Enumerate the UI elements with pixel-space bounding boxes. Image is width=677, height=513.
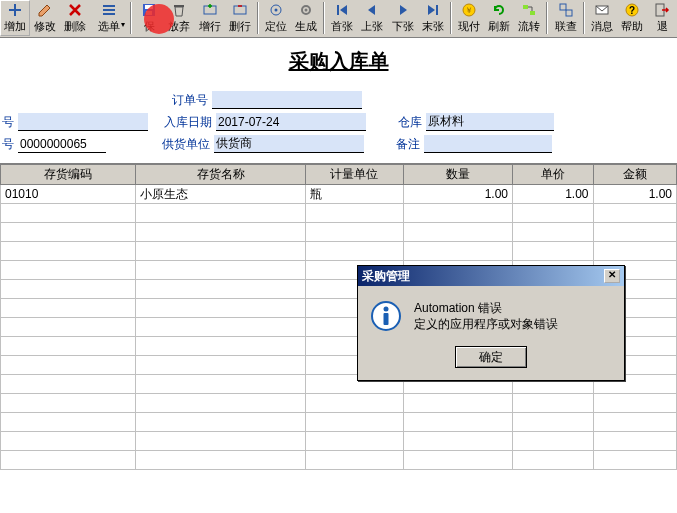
- toolbar-cross-button[interactable]: 删除: [60, 0, 90, 36]
- cell[interactable]: [136, 337, 306, 356]
- toolbar-link-button[interactable]: 联查: [550, 0, 580, 36]
- cell[interactable]: [593, 242, 676, 261]
- cell[interactable]: [513, 204, 594, 223]
- cell[interactable]: [305, 432, 403, 451]
- cell[interactable]: [136, 242, 306, 261]
- cell[interactable]: [136, 413, 306, 432]
- cell[interactable]: 1.00: [593, 185, 676, 204]
- cell[interactable]: [513, 451, 594, 470]
- indate-input[interactable]: [216, 113, 366, 131]
- toolbar-last-button[interactable]: 末张: [418, 0, 448, 36]
- toolbar-msg-button[interactable]: 消息: [587, 0, 617, 36]
- cell[interactable]: 小原生态: [136, 185, 306, 204]
- cell[interactable]: [513, 413, 594, 432]
- toolbar-addrow-button[interactable]: 增行: [195, 0, 225, 36]
- ok-button[interactable]: 确定: [455, 346, 527, 368]
- cell[interactable]: [593, 394, 676, 413]
- toolbar-trash-button[interactable]: 放弃: [164, 0, 194, 36]
- cell[interactable]: [136, 451, 306, 470]
- table-row[interactable]: [1, 394, 677, 413]
- cell[interactable]: [1, 451, 136, 470]
- cell[interactable]: [513, 223, 594, 242]
- cell[interactable]: [593, 451, 676, 470]
- cell[interactable]: [513, 432, 594, 451]
- cell[interactable]: 01010: [1, 185, 136, 204]
- cell[interactable]: [1, 261, 136, 280]
- cell[interactable]: [1, 299, 136, 318]
- cell[interactable]: [136, 223, 306, 242]
- cell[interactable]: [136, 375, 306, 394]
- col-header[interactable]: 数量: [403, 165, 512, 185]
- col-header[interactable]: 存货名称: [136, 165, 306, 185]
- cell[interactable]: [403, 432, 512, 451]
- cell[interactable]: [1, 413, 136, 432]
- cell[interactable]: [403, 413, 512, 432]
- supplier-input[interactable]: [214, 135, 364, 153]
- cell[interactable]: [1, 204, 136, 223]
- toolbar-money-button[interactable]: ￥现付: [454, 0, 484, 36]
- cell[interactable]: [1, 318, 136, 337]
- toolbar-first-button[interactable]: 首张: [327, 0, 357, 36]
- cell[interactable]: [136, 318, 306, 337]
- toolbar-locate-button[interactable]: 定位: [261, 0, 291, 36]
- warehouse-input[interactable]: [426, 113, 554, 131]
- toolbar-gear-button[interactable]: 生成: [291, 0, 321, 36]
- table-row[interactable]: [1, 451, 677, 470]
- cell[interactable]: [305, 204, 403, 223]
- toolbar-list-button[interactable]: 选单▾: [91, 0, 129, 36]
- cell[interactable]: [593, 204, 676, 223]
- cell[interactable]: [305, 451, 403, 470]
- table-row[interactable]: 01010小原生态瓶1.001.001.00: [1, 185, 677, 204]
- cell[interactable]: [136, 261, 306, 280]
- cell[interactable]: [136, 394, 306, 413]
- order-no-input[interactable]: [212, 91, 362, 109]
- close-icon[interactable]: ✕: [604, 269, 620, 283]
- cell[interactable]: [1, 394, 136, 413]
- cell[interactable]: [403, 451, 512, 470]
- toolbar-help-button[interactable]: ?帮助: [617, 0, 647, 36]
- toolbar-prev-button[interactable]: 上张: [357, 0, 387, 36]
- toolbar-save-button[interactable]: 保: [134, 0, 164, 36]
- cell[interactable]: [136, 356, 306, 375]
- cell[interactable]: 1.00: [513, 185, 594, 204]
- cell[interactable]: [403, 223, 512, 242]
- cell[interactable]: [1, 337, 136, 356]
- cell[interactable]: [1, 356, 136, 375]
- cell[interactable]: [513, 394, 594, 413]
- cell[interactable]: [593, 223, 676, 242]
- toolbar-flow-button[interactable]: 流转: [514, 0, 544, 36]
- col-header[interactable]: 单价: [513, 165, 594, 185]
- cell[interactable]: [305, 413, 403, 432]
- cell[interactable]: [593, 413, 676, 432]
- cell[interactable]: [305, 223, 403, 242]
- toolbar-delrow-button[interactable]: 删行: [225, 0, 255, 36]
- cell[interactable]: [136, 204, 306, 223]
- toolbar-edit-button[interactable]: 修改: [30, 0, 60, 36]
- col-header[interactable]: 金额: [593, 165, 676, 185]
- dialog-titlebar[interactable]: 采购管理 ✕: [358, 266, 624, 286]
- cell[interactable]: [593, 432, 676, 451]
- cell[interactable]: [305, 242, 403, 261]
- cell[interactable]: [403, 242, 512, 261]
- cell[interactable]: [1, 432, 136, 451]
- cell[interactable]: [1, 242, 136, 261]
- table-row[interactable]: [1, 223, 677, 242]
- toolbar-plus-button[interactable]: 增加: [0, 0, 30, 36]
- cell[interactable]: [1, 375, 136, 394]
- col-header[interactable]: 存货编码: [1, 165, 136, 185]
- cell[interactable]: [305, 394, 403, 413]
- cell[interactable]: [403, 394, 512, 413]
- cell[interactable]: 瓶: [305, 185, 403, 204]
- col-header[interactable]: 计量单位: [305, 165, 403, 185]
- table-row[interactable]: [1, 242, 677, 261]
- cell[interactable]: [513, 242, 594, 261]
- table-row[interactable]: [1, 432, 677, 451]
- table-row[interactable]: [1, 413, 677, 432]
- cell[interactable]: [403, 204, 512, 223]
- cell[interactable]: [1, 280, 136, 299]
- cell[interactable]: 1.00: [403, 185, 512, 204]
- cell[interactable]: [136, 299, 306, 318]
- toolbar-exit-button[interactable]: 退: [647, 0, 677, 36]
- no-input[interactable]: [18, 113, 148, 131]
- cell[interactable]: [1, 223, 136, 242]
